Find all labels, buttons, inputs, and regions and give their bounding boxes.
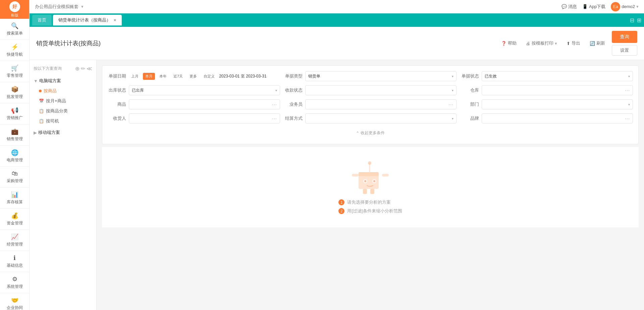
date-btn-last-month[interactable]: 上月: [129, 73, 141, 80]
svg-point-4: [364, 180, 366, 182]
date-btn-custom[interactable]: 自定义: [201, 73, 217, 80]
filter-grid: 单据日期 上月 本月 本年 近7天 更多 自定义 2023-03-01 至 20…: [102, 65, 639, 144]
svg-point-11: [368, 161, 371, 165]
sidebar-item-enterprise[interactable]: 🤝 企业协同: [0, 293, 30, 310]
filter-group-desktop-title[interactable]: ▼ 电脑端方案: [30, 76, 96, 86]
message-btn[interactable]: 💬 消息: [561, 4, 577, 10]
brand-dots: ···: [625, 116, 630, 121]
message-icon: 💬: [561, 4, 567, 9]
sidebar-item-marketing[interactable]: 📢 营销推广: [0, 103, 30, 124]
header-left: 办公用品行业模拟账套 ▾: [35, 4, 84, 10]
avatar-text: Ea: [613, 4, 618, 9]
product-input[interactable]: ···: [129, 99, 280, 109]
settlement-label: 结算方式: [284, 115, 303, 121]
user-info[interactable]: Ea demo2 ▾: [611, 2, 639, 11]
doctype-input[interactable]: 销货单 ▾: [305, 71, 457, 81]
filter-field-date: 单据日期 上月 本月 本年 近7天 更多 自定义 2023-03-01 至 20…: [108, 73, 280, 80]
docstatus-arrow: ▾: [628, 74, 630, 78]
refresh-label: 刷新: [596, 40, 605, 46]
print-btn[interactable]: 🖨 按模板打印 ▾: [523, 39, 560, 48]
basic-info-icon: ℹ: [13, 254, 16, 262]
doctype-value: 销货单: [308, 73, 320, 79]
sidebar-item-wholesale[interactable]: 📦 批发管理: [0, 82, 30, 103]
warehouse-input[interactable]: 已出库 ▾: [129, 85, 280, 95]
sidebar-item-system[interactable]: ⚙ 系统管理: [0, 272, 30, 293]
date-label: 单据日期: [108, 73, 126, 79]
filter-field-docstatus: 单据状态 已生效 ▾: [461, 71, 633, 81]
tab-report[interactable]: 销货单统计计表（按商品） ✕: [53, 15, 122, 25]
department-arrow: ▾: [628, 103, 630, 106]
filter-group-mobile-title[interactable]: ▶ 移动端方案: [30, 127, 96, 138]
filter-item-by-cashier[interactable]: 📋 按司机: [30, 116, 96, 126]
filter-item-by-category[interactable]: 📋 按商品分类: [30, 106, 96, 116]
filter-sidebar-header: 按以下方案查询 ⊕ ✏ ≪: [30, 63, 96, 74]
tab-minimize-icon[interactable]: ⊟: [630, 17, 634, 23]
empty-state: 1 请先选择要分析的方案 2 用[过滤]条件来缩小分析范围: [102, 147, 639, 227]
tab-close-icon[interactable]: ✕: [113, 18, 116, 22]
sidebar-item-purchase[interactable]: 🛍 采购管理: [0, 167, 30, 188]
search-icon: 🔍: [11, 22, 18, 30]
purchase-icon: 🛍: [12, 170, 18, 177]
dropdown-arrow[interactable]: ▾: [81, 4, 84, 9]
date-filter: 上月 本月 本年 近7天 更多 自定义 2023-03-01 至 2023-03…: [129, 73, 280, 80]
query-button[interactable]: 查询: [612, 31, 637, 43]
sidebar-label-system: 系统管理: [7, 284, 23, 290]
payment-arrow: ▾: [452, 89, 453, 92]
add-scheme-icon[interactable]: ⊕: [75, 65, 79, 72]
sidebar-label-ecommerce: 电商管理: [7, 157, 23, 163]
receiver-dots: ···: [272, 116, 277, 121]
storage-input[interactable]: ···: [482, 85, 633, 95]
filter-item-by-month-product[interactable]: 📅 按月+商品: [30, 96, 96, 106]
edit-scheme-icon[interactable]: ✏: [81, 65, 85, 72]
storage-label: 仓库: [461, 87, 479, 93]
collapse-btn[interactable]: ⌃ 收起更多条件: [108, 127, 633, 139]
tab-expand-icon[interactable]: ⊞: [637, 17, 641, 23]
receiver-label: 收货人: [108, 115, 126, 121]
app-download-btn[interactable]: 📱 App下载: [582, 4, 605, 10]
date-btn-more[interactable]: 更多: [187, 73, 199, 80]
sidebar-item-ecommerce[interactable]: 🌐 电商管理: [0, 146, 30, 167]
marketing-icon: 📢: [11, 107, 18, 114]
department-label: 部门: [461, 101, 479, 107]
date-btn-this-year[interactable]: 本年: [157, 73, 169, 80]
filter-item-by-product[interactable]: 按商品: [30, 86, 96, 96]
tab-home[interactable]: 首页: [32, 15, 52, 25]
settings-button[interactable]: 设置: [612, 45, 637, 56]
sidebar-item-inventory[interactable]: 📊 库存核算: [0, 188, 30, 209]
page-title: 销货单统计计表(按商品): [36, 39, 101, 47]
export-btn[interactable]: ⬆ 导出: [564, 39, 583, 48]
sidebar-item-finance[interactable]: 💰 资金管理: [0, 209, 30, 230]
receiver-input[interactable]: ···: [129, 113, 280, 123]
filter-field-settlement: 结算方式 ▾: [284, 113, 457, 123]
date-btn-this-month[interactable]: 本月: [143, 73, 155, 80]
sidebar-item-search[interactable]: 🔍 搜索菜单: [0, 19, 30, 40]
date-btn-7days[interactable]: 近7天: [171, 73, 185, 80]
filter-group-mobile: ▶ 移动端方案: [30, 127, 96, 138]
brand-input[interactable]: ···: [482, 113, 633, 123]
refresh-btn[interactable]: 🔄 刷新: [587, 39, 608, 48]
help-btn[interactable]: ❓ 帮助: [498, 39, 519, 48]
filter-field-storage: 仓库 ···: [461, 85, 633, 95]
salesperson-input[interactable]: ···: [305, 99, 457, 109]
sidebar-item-operations[interactable]: 📈 经营管理: [0, 230, 30, 251]
settlement-input[interactable]: ▾: [305, 113, 457, 123]
export-label: 导出: [572, 40, 580, 46]
step-2-num: 2: [338, 208, 344, 214]
department-input[interactable]: ▾: [482, 99, 633, 109]
warehouse-value: 已出库: [132, 88, 144, 93]
tab-bar-actions: ⊟ ⊞: [630, 17, 641, 23]
btn-group: 查询 设置: [612, 31, 637, 56]
filter-field-receiver: 收货人 ···: [108, 113, 280, 123]
collapse-sidebar-icon[interactable]: ≪: [87, 65, 92, 72]
sidebar-label-purchase: 采购管理: [7, 178, 23, 184]
empty-step-1: 1 请先选择要分析的方案: [338, 199, 402, 205]
salesperson-label: 业务员: [284, 101, 303, 107]
sidebar-item-basic-info[interactable]: ℹ 基础信息: [0, 251, 30, 272]
payment-input[interactable]: ▾: [305, 85, 457, 95]
sidebar-item-sales[interactable]: 💼 销售管理: [0, 124, 30, 146]
help-label: 帮助: [508, 40, 517, 46]
sidebar-item-retail[interactable]: 🛒 零售管理: [0, 61, 30, 82]
docstatus-input[interactable]: 已生效 ▾: [482, 71, 633, 81]
sidebar-item-quick-nav[interactable]: ⚡ 快捷导航: [0, 40, 30, 61]
category-icon: 📋: [39, 109, 44, 113]
